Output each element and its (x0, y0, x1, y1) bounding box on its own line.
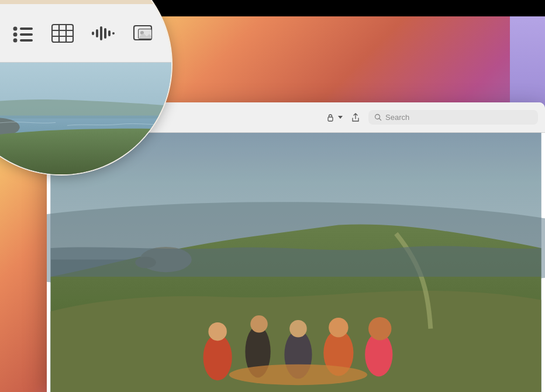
svg-point-24 (13, 38, 18, 42)
magnifier-content: Aa (0, 0, 171, 174)
magnifier-toolbar: Aa (0, 4, 171, 63)
share-button[interactable] (347, 109, 364, 126)
lock-chevron-icon (338, 116, 343, 119)
table-button[interactable] (51, 23, 74, 43)
media-button[interactable] (133, 23, 156, 43)
search-bar[interactable]: Search (368, 110, 538, 125)
svg-rect-23 (20, 33, 33, 36)
list-button[interactable] (12, 24, 35, 43)
toolbar-right-controls: Search (326, 109, 538, 126)
svg-rect-25 (20, 39, 33, 42)
svg-rect-0 (328, 117, 333, 121)
svg-rect-26 (52, 25, 73, 42)
svg-rect-36 (112, 32, 115, 35)
audio-button[interactable] (91, 23, 116, 43)
svg-rect-34 (104, 28, 106, 39)
svg-rect-35 (108, 30, 111, 36)
magnifier-landscape (0, 63, 171, 174)
svg-point-22 (13, 32, 18, 36)
svg-point-20 (13, 26, 18, 30)
search-input-text: Search (385, 113, 409, 122)
svg-rect-21 (20, 27, 33, 30)
svg-rect-32 (96, 29, 98, 37)
lock-button[interactable] (326, 113, 343, 122)
magnifier-lens: Aa (0, 0, 173, 176)
svg-rect-33 (100, 26, 102, 40)
svg-rect-31 (92, 32, 94, 35)
search-icon (374, 114, 382, 121)
